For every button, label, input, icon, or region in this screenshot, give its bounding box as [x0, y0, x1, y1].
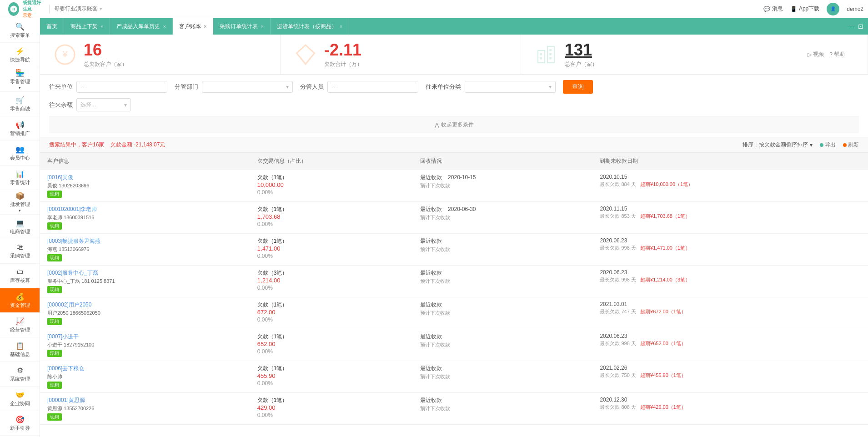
- sidebar-item-retail_stats[interactable]: 📊 零售统计: [0, 166, 40, 190]
- results-summary: 搜索结果中，客户16家 欠款金额 -21,148.07元: [49, 141, 165, 149]
- sidebar-item-operation[interactable]: 📈 经营管理: [0, 313, 40, 337]
- system-title-arrow[interactable]: ▾: [100, 6, 102, 12]
- sidebar-label-enterprise_coop: 企业协同: [10, 400, 30, 407]
- overdue-link-6[interactable]: 超期¥455.90（1笔）: [640, 372, 686, 378]
- sidebar-item-member[interactable]: 👥 会员中心: [0, 141, 40, 166]
- sidebar-item-ecom_mgmt[interactable]: 💻 电商管理: [0, 215, 40, 239]
- tab-inbound_stats[interactable]: 进货单统计表（按商品）×: [271, 18, 349, 35]
- tab-close-product_off[interactable]: ×: [100, 24, 103, 29]
- collection-next-6: 预计下次收款: [420, 373, 586, 380]
- col-collection: 回收情况: [413, 153, 593, 170]
- overdue-link-4[interactable]: 超期¥672.00（1笔）: [640, 309, 686, 314]
- search-button[interactable]: 查询: [563, 80, 593, 94]
- sidebar-item-marketing[interactable]: 📢 营销推广: [0, 116, 40, 141]
- collapse-btn[interactable]: ⋀ 收起更多条件: [435, 119, 474, 131]
- sidebar-item-enterprise_coop[interactable]: 🤝 企业协同: [0, 387, 40, 411]
- tab-close-production_history[interactable]: ×: [163, 24, 166, 29]
- tab-maximize-btn[interactable]: ⊡: [858, 23, 863, 30]
- sidebar-item-retail_mgmt[interactable]: 🏪 零售管理 ▾: [0, 67, 40, 92]
- filter-select-balance[interactable]: 选择... ▾: [76, 98, 131, 111]
- tab-home[interactable]: 首页: [40, 18, 64, 35]
- sidebar-item-batch_mgmt[interactable]: 📦 批发管理 ▾: [0, 190, 40, 215]
- sidebar-item-purchase_mgmt[interactable]: 🛍 采购管理: [0, 239, 40, 264]
- due-date-3: 2020.06.23: [600, 269, 861, 276]
- inventory-icon: 🗂: [16, 268, 24, 276]
- filter-input-source-unit[interactable]: ···: [76, 81, 167, 93]
- user-avatar[interactable]: 👤: [827, 3, 839, 15]
- sidebar-item-retail_mall[interactable]: 🛒 零售商城: [0, 92, 40, 116]
- filter-input-person[interactable]: ···: [327, 81, 418, 93]
- cell-customer-6: [0006]去下粮仓 陈小帅 现销: [40, 361, 250, 393]
- customer-id-1[interactable]: [0001020001]李老师: [47, 206, 243, 213]
- debt-amount-4[interactable]: 672.00: [257, 309, 406, 316]
- filter-label-person: 分管人员: [300, 83, 324, 91]
- sidebar-item-system_mgmt[interactable]: ⚙ 系统管理: [0, 362, 40, 387]
- debt-amount-1[interactable]: 1,703.68: [257, 213, 406, 220]
- stat-label-overdue-customers: 总欠款客户（家）: [84, 60, 127, 68]
- username[interactable]: demo2: [847, 6, 863, 12]
- sidebar-item-search[interactable]: 🔍 搜索菜单: [0, 18, 40, 43]
- customer-id-6[interactable]: [0006]去下粮仓: [47, 365, 243, 372]
- sidebar-item-quick_nav[interactable]: ⚡ 快捷导航: [0, 43, 40, 67]
- sidebar-label-marketing: 营销推广: [10, 130, 30, 137]
- sidebar-item-basic_info[interactable]: 📋 基础信息: [0, 337, 40, 362]
- sidebar-label-search: 搜索菜单: [10, 32, 30, 39]
- sort-selector[interactable]: 排序：按欠款金额倒序排序 ▾: [743, 141, 813, 149]
- tab-close-inbound_stats[interactable]: ×: [340, 24, 342, 29]
- sidebar-item-finance[interactable]: 💰 资金管理: [0, 288, 40, 313]
- app-download-btn[interactable]: 📱 App下载: [790, 5, 819, 13]
- overdue-link-0[interactable]: 超期¥10,000.00（1笔）: [640, 181, 693, 187]
- stat-icon-building: [535, 43, 557, 66]
- tab-close-purchase_order[interactable]: ×: [261, 24, 263, 29]
- customer-id-7[interactable]: [000001]黄思源: [47, 397, 243, 404]
- customer-id-2[interactable]: [0003]畅捷服务尹海燕: [47, 237, 243, 245]
- debt-desc-3: 欠款（3笔）: [257, 269, 406, 277]
- tab-label-inbound_stats: 进货单统计表（按商品）: [277, 23, 337, 30]
- debt-amount-3[interactable]: 1,214.00: [257, 277, 406, 284]
- tab-product_off[interactable]: 商品上下架×: [64, 18, 110, 35]
- cell-customer-5: [0007]小进干 小进干 18279152100 现销: [40, 329, 250, 361]
- help-link[interactable]: ? 帮助: [829, 50, 845, 58]
- refresh-btn[interactable]: 刷新: [843, 141, 859, 149]
- sidebar-label-operation: 经营管理: [10, 326, 30, 333]
- customer-id-5[interactable]: [0007]小进干: [47, 333, 243, 341]
- due-date-2: 2020.06.23: [600, 237, 861, 244]
- basic_info-icon: 📋: [15, 342, 25, 350]
- message-btn[interactable]: 💬 消息: [763, 5, 783, 13]
- cell-due-0: 2020.10.15 最长欠款 884 天 超期¥10,000.00（1笔）: [592, 170, 868, 202]
- export-btn[interactable]: 导出: [820, 141, 836, 149]
- tab-purchase_order[interactable]: 采购订单统计表×: [213, 18, 270, 35]
- customer-id-4[interactable]: [000002]用户2050: [47, 301, 243, 309]
- filter-select-dept[interactable]: ▾: [202, 81, 293, 93]
- data-table: 客户信息 欠交易信息（占比） 回收情况 到期未收款日期 [0016]吴俊 吴俊 …: [40, 153, 868, 437]
- customer-id-3[interactable]: [0002]服务中心_丁磊: [47, 269, 243, 277]
- col-customer-info: 客户信息: [40, 153, 250, 170]
- filter-select-unit-category[interactable]: ▾: [465, 81, 556, 93]
- debt-amount-2[interactable]: 1,471.00: [257, 245, 406, 252]
- sidebar-item-inventory[interactable]: 🗂 库存核算: [0, 264, 40, 288]
- collection-next-3: 预计下次收款: [420, 278, 586, 285]
- sidebar-item-new_guide[interactable]: 🎯 新手引导: [0, 411, 40, 436]
- filter-person: 分管人员 ···: [300, 81, 418, 93]
- overdue-link-2[interactable]: 超期¥1,471.00（1笔）: [640, 245, 690, 251]
- debt-amount-6[interactable]: 455.90: [257, 372, 406, 379]
- member-icon: 👥: [15, 145, 25, 154]
- tab-customer_account[interactable]: 客户账本×: [173, 18, 213, 35]
- customer-id-0[interactable]: [0016]吴俊: [47, 174, 243, 181]
- cell-debt-4: 欠款（1笔） 672.00 0.00%: [250, 297, 413, 329]
- tab-production_history[interactable]: 产成品入库单历史×: [110, 18, 172, 35]
- overdue-link-3[interactable]: 超期¥1,214.00（3笔）: [640, 277, 690, 282]
- video-link[interactable]: ▷ 视频: [808, 50, 824, 58]
- customer-tag-7: 现销: [47, 413, 62, 421]
- tab-close-customer_account[interactable]: ×: [204, 24, 206, 29]
- cell-collection-6: 最近收款 预计下次收款: [413, 361, 593, 393]
- stat-total-customers: 131 总客户（家） ▷ 视频 ? 帮助: [521, 35, 868, 74]
- debt-amount-0[interactable]: 10,000.00: [257, 181, 406, 188]
- customer-name-7: 黄思源 13552700226: [47, 405, 243, 412]
- overdue-link-1[interactable]: 超期¥1,703.68（1笔）: [640, 213, 690, 219]
- overdue-link-7[interactable]: 超期¥429.00（1笔）: [640, 404, 686, 410]
- tab-minimize-btn[interactable]: —: [848, 23, 854, 30]
- overdue-link-5[interactable]: 超期¥652.00（1笔）: [640, 341, 686, 346]
- debt-amount-5[interactable]: 652.00: [257, 341, 406, 347]
- debt-amount-7[interactable]: 429.00: [257, 404, 406, 411]
